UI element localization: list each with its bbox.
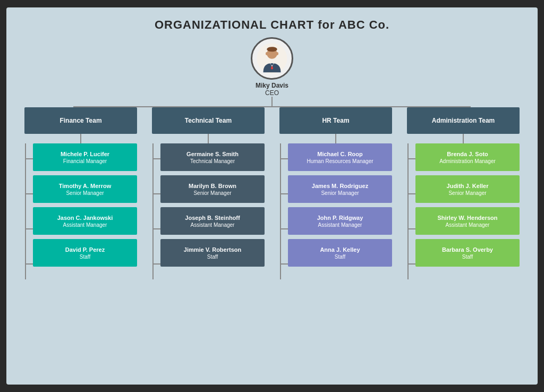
card-role-finance-2: Assistant Manager	[63, 222, 107, 228]
card-role-finance-3: Staff	[80, 254, 90, 260]
card-hr-2: John P. RidgwayAssistant Manager	[288, 207, 392, 235]
svg-point-5	[276, 52, 279, 55]
team-column-finance: Finance TeamMichele P. LuciferFinancial …	[24, 107, 137, 267]
card-role-technical-2: Assistant Manager	[191, 222, 235, 228]
team-header-hr: HR Team	[279, 107, 392, 134]
svg-point-2	[267, 47, 277, 52]
card-admin-3: Barbara S. OverbyStaff	[415, 239, 519, 267]
card-technical-0: Germaine S. SmithTechnical Manager	[160, 143, 264, 171]
bracket-svg-technical	[152, 143, 160, 279]
card-name-finance-3: David P. Perez	[65, 246, 105, 253]
bracket-finance	[24, 143, 33, 267]
card-role-finance-1: Senior Manager	[66, 190, 104, 196]
card-name-admin-0: Brenda J. Soto	[447, 151, 488, 157]
card-name-hr-1: James M. Rodriguez	[312, 183, 368, 189]
team-header-technical: Technical Team	[152, 107, 264, 134]
team-header-connector-finance	[80, 134, 81, 143]
card-name-hr-2: John P. Ridgway	[317, 215, 363, 221]
card-name-technical-3: Jimmie V. Robertson	[184, 246, 241, 253]
card-role-technical-0: Technical Manager	[190, 158, 235, 164]
card-name-admin-1: Judith J. Keller	[447, 183, 489, 189]
card-technical-2: Joseph B. SteinhoffAssistant Manager	[160, 207, 264, 235]
cards-list-admin: Brenda J. SotoAdministration ManagerJudi…	[415, 143, 519, 267]
cards-list-hr: Michael C. RoopHuman Resources ManagerJa…	[288, 143, 392, 267]
card-admin-2: Shirley W. HendersonAssistant Manager	[415, 207, 519, 235]
card-technical-3: Jimmie V. RobertsonStaff	[160, 239, 264, 267]
card-finance-0: Michele P. LuciferFinancial Manager	[33, 143, 137, 171]
cards-wrapper-technical: Germaine S. SmithTechnical ManagerMarily…	[152, 143, 264, 267]
card-role-technical-3: Staff	[207, 254, 218, 260]
card-role-admin-2: Assistant Manager	[446, 222, 490, 228]
svg-point-4	[266, 52, 268, 55]
card-technical-1: Marilyn B. BrownSenior Manager	[160, 175, 264, 203]
cards-wrapper-finance: Michele P. LuciferFinancial ManagerTimot…	[24, 143, 137, 267]
card-role-hr-3: Staff	[335, 254, 345, 260]
bracket-svg-admin	[407, 143, 415, 279]
cards-wrapper-hr: Michael C. RoopHuman Resources ManagerJa…	[279, 143, 392, 267]
card-hr-0: Michael C. RoopHuman Resources Manager	[288, 143, 392, 171]
team-header-connector-technical	[208, 134, 209, 143]
card-role-finance-0: Financial Manager	[63, 158, 107, 164]
card-name-hr-3: Anna J. Kelley	[320, 246, 360, 253]
chart-title: ORGANIZATIONAL CHART for ABC Co.	[17, 18, 527, 32]
ceo-section: Miky Davis CEO	[17, 37, 527, 97]
bracket-technical	[152, 143, 160, 267]
card-role-hr-0: Human Resources Manager	[307, 158, 373, 164]
card-name-technical-0: Germaine S. Smith	[186, 151, 239, 157]
card-admin-0: Brenda J. SotoAdministration Manager	[415, 143, 519, 171]
teams-row: Finance TeamMichele P. LuciferFinancial …	[17, 107, 527, 267]
card-role-hr-1: Senior Manager	[321, 190, 359, 196]
cards-list-technical: Germaine S. SmithTechnical ManagerMarily…	[160, 143, 264, 267]
ceo-vertical-connector	[271, 97, 273, 106]
ceo-avatar-icon	[256, 42, 288, 74]
card-name-finance-0: Michele P. Lucifer	[61, 151, 109, 157]
card-name-admin-3: Barbara S. Overby	[442, 246, 493, 253]
cards-list-finance: Michele P. LuciferFinancial ManagerTimot…	[33, 143, 137, 267]
team-column-admin: Administration TeamBrenda J. SotoAdminis…	[407, 107, 519, 267]
card-hr-1: James M. RodriguezSenior Manager	[288, 175, 392, 203]
card-finance-3: David P. PerezStaff	[33, 239, 137, 267]
team-column-technical: Technical TeamGermaine S. SmithTechnical…	[152, 107, 264, 267]
team-header-connector-hr	[335, 134, 336, 143]
team-header-admin: Administration Team	[407, 107, 519, 134]
card-hr-3: Anna J. KelleyStaff	[288, 239, 392, 267]
bracket-hr	[279, 143, 288, 267]
card-name-finance-1: Timothy A. Merrow	[59, 183, 111, 189]
card-role-technical-1: Senior Manager	[193, 190, 231, 196]
bracket-admin	[407, 143, 415, 267]
card-name-technical-1: Marilyn B. Brown	[189, 183, 236, 189]
bracket-svg-finance	[24, 143, 33, 279]
card-admin-1: Judith J. KellerSenior Manager	[415, 175, 519, 203]
bracket-svg-hr	[279, 143, 288, 279]
card-role-admin-0: Administration Manager	[439, 158, 496, 164]
cards-wrapper-admin: Brenda J. SotoAdministration ManagerJudi…	[407, 143, 519, 267]
card-role-admin-1: Senior Manager	[448, 190, 486, 196]
card-role-admin-3: Staff	[462, 254, 473, 260]
card-finance-1: Timothy A. MerrowSenior Manager	[33, 175, 137, 203]
team-header-connector-admin	[463, 134, 464, 143]
card-role-hr-2: Assistant Manager	[318, 222, 362, 228]
card-name-technical-2: Joseph B. Steinhoff	[185, 215, 240, 221]
card-name-admin-2: Shirley W. Henderson	[437, 215, 497, 221]
card-name-hr-0: Michael C. Roop	[317, 151, 363, 157]
card-name-finance-2: Jason C. Jankowski	[57, 215, 113, 221]
team-header-finance: Finance Team	[24, 107, 137, 134]
chart-container: ORGANIZATIONAL CHART for ABC Co.	[6, 7, 538, 385]
team-column-hr: HR TeamMichael C. RoopHuman Resources Ma…	[279, 107, 392, 267]
card-finance-2: Jason C. JankowskiAssistant Manager	[33, 207, 137, 235]
ceo-label: Miky Davis CEO	[256, 82, 288, 97]
ceo-avatar	[251, 37, 293, 80]
